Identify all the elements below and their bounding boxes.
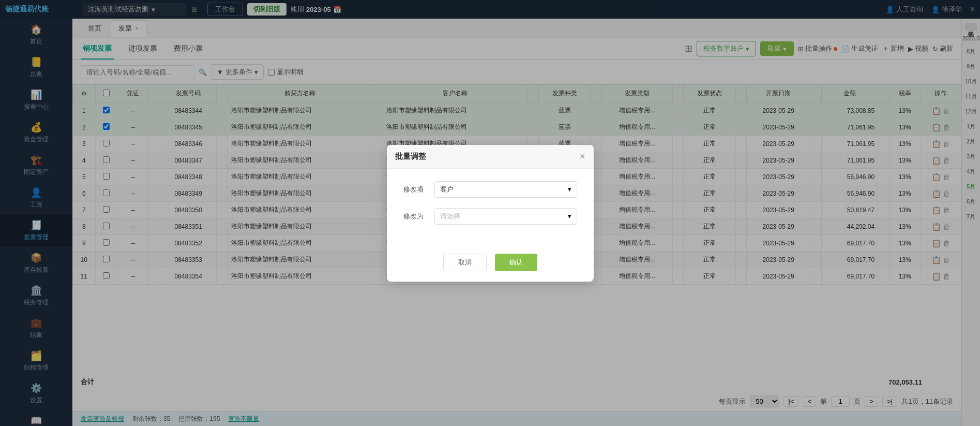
modal-change-placeholder: 请选择 (440, 212, 460, 221)
modal-body: 修改项 客户 ▾ 修改为 请选择 ▾ (387, 169, 594, 247)
batch-adjust-modal: 批量调整 × 修改项 客户 ▾ 修改为 请选择 ▾ 取消 确认 (387, 145, 594, 282)
modal-change-label: 修改为 (403, 212, 434, 221)
modal-field-label: 修改项 (403, 185, 434, 194)
modal-title: 批量调整 (395, 152, 426, 161)
modal-change-select[interactable]: 请选择 ▾ (434, 208, 577, 225)
modal-field-row: 修改项 客户 ▾ (403, 181, 577, 198)
modal-overlay: 批量调整 × 修改项 客户 ▾ 修改为 请选择 ▾ 取消 确认 (0, 0, 980, 426)
modal-close-icon[interactable]: × (580, 151, 585, 162)
chevron-field-icon: ▾ (568, 185, 571, 193)
modal-change-row: 修改为 请选择 ▾ (403, 208, 577, 225)
chevron-change-icon: ▾ (568, 212, 571, 220)
modal-footer: 取消 确认 (387, 247, 594, 282)
modal-confirm-button[interactable]: 确认 (495, 254, 537, 271)
modal-field-value: 客户 (440, 185, 454, 194)
modal-header: 批量调整 × (387, 145, 594, 169)
modal-field-select[interactable]: 客户 ▾ (434, 181, 577, 198)
modal-cancel-button[interactable]: 取消 (443, 254, 487, 271)
